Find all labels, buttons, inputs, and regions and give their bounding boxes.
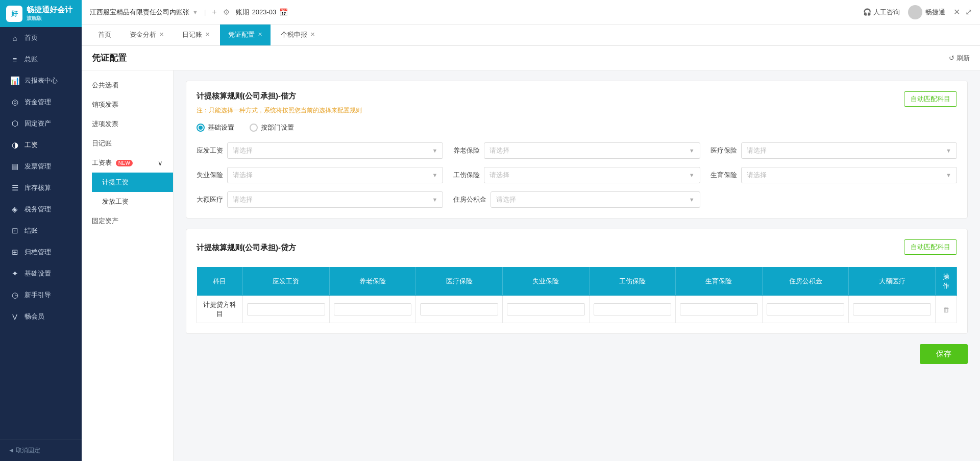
settings-gear-icon[interactable]: ⚙	[223, 8, 230, 17]
sidebar-item-inventory[interactable]: ☰ 库存核算	[0, 177, 82, 199]
cell-gongshang[interactable]	[589, 296, 676, 323]
tab-fund[interactable]: 资金分析 ✕	[121, 25, 172, 45]
field-gongshang: 工伤保险 请选择 ▼	[453, 167, 700, 183]
tab-voucher-label: 凭证配置	[228, 30, 255, 39]
window-maximize-icon[interactable]: ⤢	[965, 7, 972, 17]
select-gongshang-text: 请选择	[489, 171, 509, 180]
sidebar-label-close: 结账	[24, 226, 38, 235]
save-button[interactable]: 保存	[920, 344, 968, 364]
radio-dept[interactable]: 按部门设置	[250, 123, 294, 132]
menu-item-sales[interactable]: 销项发票	[82, 95, 173, 114]
radio-basic[interactable]: 基础设置	[197, 123, 234, 132]
select-shengyu[interactable]: 请选择 ▼	[741, 167, 957, 183]
input-yanglao[interactable]	[334, 303, 412, 316]
select-shiye-text: 请选择	[233, 171, 253, 180]
cell-shiye[interactable]	[502, 296, 589, 323]
cell-gongjijin[interactable]	[762, 296, 849, 323]
th-gongshang: 工伤保险	[589, 267, 676, 296]
company-selector[interactable]: 江西服宝精品有限责任公司内账张 ▼	[90, 8, 198, 17]
menu-item-advance-salary[interactable]: 计提工资	[92, 173, 173, 192]
tab-journal[interactable]: 日记账 ✕	[174, 25, 218, 45]
refresh-button[interactable]: ↺ 刷新	[949, 54, 970, 63]
input-shengyu[interactable]	[680, 303, 758, 316]
input-gongshang[interactable]	[594, 303, 672, 316]
sidebar-item-tax[interactable]: ◈ 税务管理	[0, 199, 82, 220]
window-close-icon[interactable]: ✕	[953, 7, 960, 17]
main-area: 江西服宝精品有限责任公司内账张 ▼ | + ⚙ 账期 2023-03 📅 🎧 人…	[82, 0, 980, 461]
menu-item-purchase[interactable]: 进项发票	[82, 114, 173, 134]
topbar: 江西服宝精品有限责任公司内账张 ▼ | + ⚙ 账期 2023-03 📅 🎧 人…	[82, 0, 980, 25]
input-daejyiliao[interactable]	[853, 303, 931, 316]
sidebar-item-member[interactable]: V 畅会员	[0, 306, 82, 327]
cell-yanglao[interactable]	[329, 296, 416, 323]
tab-fund-close[interactable]: ✕	[159, 31, 164, 38]
input-yingfa[interactable]	[247, 303, 325, 316]
tab-tax[interactable]: 个税申报 ✕	[273, 25, 323, 45]
sidebar-footer[interactable]: ◄ 取消固定	[0, 440, 82, 461]
user-button[interactable]: 畅捷通	[908, 5, 945, 19]
tab-tax-close[interactable]: ✕	[310, 31, 315, 38]
tab-tax-label: 个税申报	[281, 30, 307, 39]
select-yiliao[interactable]: 请选择 ▼	[741, 142, 957, 159]
field-yanglao: 养老保险 请选择 ▼	[453, 142, 700, 159]
select-gongshang[interactable]: 请选择 ▼	[484, 167, 700, 183]
add-company-icon[interactable]: +	[212, 8, 216, 17]
menu-item-journal[interactable]: 日记账	[82, 134, 173, 153]
menu-item-fixed-assets[interactable]: 固定资产	[82, 211, 173, 231]
sidebar-label-reports: 云报表中心	[24, 76, 58, 85]
select-gongjijin[interactable]: 请选择 ▼	[491, 191, 700, 208]
sidebar-item-guide[interactable]: ◷ 新手引导	[0, 284, 82, 306]
input-yiliao[interactable]	[420, 303, 498, 316]
service-button[interactable]: 🎧 人工咨询	[863, 8, 900, 17]
credit-table: 科目 应发工资 养老保险 医疗保险 失业保险 工伤保险 生育保险 住房公积金 大…	[197, 267, 957, 323]
menu-item-salary-table[interactable]: 工资表 NEW ∨	[82, 153, 173, 173]
debit-section-note: 注：只能选择一种方式，系统将按照您当前的选择来配置规则	[197, 106, 362, 115]
table-row: 计提贷方科目 🗑	[197, 296, 957, 323]
radio-basic-label: 基础设置	[208, 123, 234, 132]
close-account-icon: ⊡	[10, 226, 19, 235]
select-daejyiliao[interactable]: 请选择 ▼	[227, 191, 443, 208]
tab-home[interactable]: 首页	[90, 25, 119, 45]
sidebar-item-assets[interactable]: ⬡ 固定资产	[0, 113, 82, 134]
sidebar-item-salary[interactable]: ◑ 工资	[0, 134, 82, 156]
sidebar-item-ledger[interactable]: ≡ 总账	[0, 48, 82, 70]
sidebar-item-close[interactable]: ⊡ 结账	[0, 220, 82, 241]
input-gongjijin[interactable]	[767, 303, 845, 316]
menu-item-common[interactable]: 公共选项	[82, 76, 173, 95]
debit-auto-match-button[interactable]: 自动匹配科目	[904, 91, 957, 107]
page-title: 凭证配置	[92, 52, 127, 64]
cell-daejyiliao[interactable]	[849, 296, 936, 323]
calendar-icon[interactable]: 📅	[279, 8, 288, 16]
select-yanglao[interactable]: 请选择 ▼	[484, 142, 700, 159]
tab-voucher-close[interactable]: ✕	[258, 31, 262, 38]
select-shengyu-arrow: ▼	[946, 172, 951, 178]
credit-auto-match-button[interactable]: 自动匹配科目	[904, 239, 957, 255]
tab-journal-close[interactable]: ✕	[205, 31, 210, 38]
sidebar-item-invoice[interactable]: ▤ 发票管理	[0, 156, 82, 177]
sidebar-label-archive: 归档管理	[24, 248, 51, 257]
settings-icon: ✦	[10, 269, 19, 278]
label-gongshang: 工伤保险	[453, 171, 480, 180]
select-yingfa[interactable]: 请选择 ▼	[227, 142, 443, 159]
logo-icon: 好	[6, 6, 22, 22]
cell-shengyu[interactable]	[676, 296, 763, 323]
cell-yingfa[interactable]	[243, 296, 330, 323]
select-yiliao-text: 请选择	[747, 146, 767, 155]
sidebar-item-home[interactable]: ⌂ 首页	[0, 27, 82, 48]
delete-icon[interactable]: 🗑	[943, 306, 949, 313]
sidebar-label-fund: 资金管理	[24, 98, 51, 107]
sidebar-item-archive[interactable]: ⊞ 归档管理	[0, 241, 82, 263]
select-shengyu-text: 请选择	[747, 171, 767, 180]
select-shiye[interactable]: 请选择 ▼	[227, 167, 443, 183]
label-yiliao: 医疗保险	[710, 146, 737, 155]
menu-item-pay-salary[interactable]: 发放工资	[92, 192, 173, 211]
th-kemu: 科目	[197, 267, 243, 296]
input-shiye[interactable]	[507, 303, 585, 316]
sidebar-item-reports[interactable]: 📊 云报表中心	[0, 70, 82, 91]
sidebar-item-fund[interactable]: ◎ 资金管理	[0, 91, 82, 113]
tab-voucher[interactable]: 凭证配置 ✕	[220, 25, 271, 45]
company-dropdown-icon: ▼	[192, 9, 198, 15]
sidebar-item-settings[interactable]: ✦ 基础设置	[0, 263, 82, 284]
refresh-label: 刷新	[957, 54, 970, 63]
cell-yiliao[interactable]	[416, 296, 503, 323]
